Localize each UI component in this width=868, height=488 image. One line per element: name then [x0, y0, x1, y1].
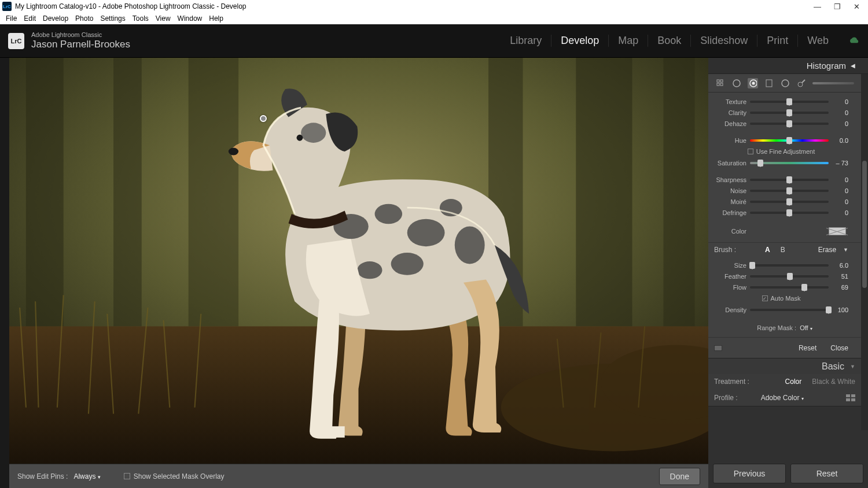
- menu-settings[interactable]: Settings: [97, 14, 128, 23]
- histogram-header[interactable]: Histogram◀: [708, 58, 868, 74]
- saturation-label: Saturation: [714, 160, 750, 167]
- svg-point-38: [752, 82, 755, 84]
- brush-b[interactable]: B: [781, 246, 785, 254]
- svg-point-27: [455, 227, 485, 264]
- size-slider[interactable]: [750, 264, 829, 267]
- svg-point-22: [375, 204, 403, 224]
- cloud-sync-icon[interactable]: [848, 37, 860, 45]
- exposure-strip[interactable]: [812, 82, 854, 84]
- automask-label: Auto Mask: [771, 295, 801, 302]
- svg-point-31: [297, 135, 303, 141]
- profile-value[interactable]: Adobe Color ▾: [761, 394, 804, 402]
- crop-tool-icon[interactable]: [715, 78, 726, 88]
- panel-switch[interactable]: [714, 345, 722, 351]
- color-swatch[interactable]: [829, 227, 846, 235]
- treatment-label: Treatment :: [714, 378, 749, 386]
- redeye-tool-icon[interactable]: [748, 78, 758, 88]
- reset-adjustments-button[interactable]: Reset: [799, 344, 816, 352]
- dehaze-value[interactable]: 0: [829, 120, 848, 127]
- module-slideshow[interactable]: Slideshow: [691, 35, 757, 47]
- dehaze-slider[interactable]: [750, 123, 829, 125]
- noise-value[interactable]: 0: [829, 187, 848, 194]
- moire-slider[interactable]: [750, 201, 829, 203]
- fine-adjust-checkbox[interactable]: [748, 149, 753, 154]
- size-label: Size: [714, 262, 750, 269]
- defringe-value[interactable]: 0: [829, 209, 848, 216]
- hue-slider[interactable]: [750, 139, 829, 142]
- menubar: File Edit Develop Photo Settings Tools V…: [0, 13, 868, 24]
- flow-value[interactable]: 69: [829, 284, 848, 291]
- automask-checkbox[interactable]: ✓: [762, 295, 768, 301]
- menu-view[interactable]: View: [152, 14, 174, 23]
- hue-value[interactable]: 0.0: [829, 137, 848, 144]
- lightroom-logo: LrC: [8, 33, 24, 49]
- basic-panel-header[interactable]: Basic▼: [708, 358, 868, 374]
- spot-tool-icon[interactable]: [731, 78, 742, 88]
- menu-file[interactable]: File: [2, 14, 20, 23]
- menu-edit[interactable]: Edit: [20, 14, 39, 23]
- size-value[interactable]: 6.0: [829, 262, 848, 269]
- window-maximize[interactable]: ❐: [834, 2, 841, 11]
- clarity-slider[interactable]: [750, 112, 829, 114]
- right-panel-scrollbar[interactable]: [861, 74, 868, 430]
- overlay-checkbox[interactable]: [124, 473, 130, 479]
- reset-button[interactable]: Reset: [790, 464, 863, 483]
- module-develop[interactable]: Develop: [551, 35, 609, 47]
- flow-slider[interactable]: [750, 286, 829, 289]
- module-map[interactable]: Map: [609, 35, 648, 47]
- range-mask-label: Range Mask :: [757, 324, 796, 331]
- hue-label: Hue: [714, 137, 750, 144]
- menu-develop[interactable]: Develop: [39, 14, 72, 23]
- density-label: Density: [714, 306, 750, 313]
- treatment-color[interactable]: Color: [785, 378, 802, 386]
- saturation-value[interactable]: – 73: [829, 160, 848, 167]
- density-slider[interactable]: [750, 309, 829, 311]
- module-book[interactable]: Book: [648, 35, 691, 47]
- sharpness-value[interactable]: 0: [829, 176, 848, 183]
- user-name: Jason Parnell-Brookes: [31, 39, 130, 50]
- brush-erase[interactable]: Erase: [818, 246, 836, 254]
- menu-photo[interactable]: Photo: [72, 14, 97, 23]
- show-pins-value[interactable]: Always ▾: [73, 472, 100, 480]
- window-close[interactable]: ✕: [854, 2, 860, 11]
- texture-value[interactable]: 0: [829, 98, 848, 105]
- brush-tool-icon[interactable]: [796, 78, 807, 88]
- density-value[interactable]: 100: [829, 306, 848, 313]
- left-panel-rail[interactable]: [0, 58, 9, 488]
- app-header: LrC Adobe Lightroom Classic Jason Parnel…: [0, 24, 868, 58]
- menu-tools[interactable]: Tools: [129, 14, 152, 23]
- brush-collapse-icon[interactable]: ▼: [843, 247, 848, 253]
- flow-label: Flow: [714, 284, 750, 291]
- gradient-tool-icon[interactable]: [764, 78, 774, 88]
- menu-help[interactable]: Help: [205, 14, 227, 23]
- image-canvas[interactable]: [9, 58, 708, 464]
- module-library[interactable]: Library: [501, 35, 551, 47]
- texture-slider[interactable]: [750, 101, 829, 103]
- defringe-slider[interactable]: [750, 212, 829, 214]
- svg-rect-1: [26, 58, 64, 326]
- canvas-toolbar: Show Edit Pins : Always ▾ Show Selected …: [9, 464, 708, 488]
- edit-pin[interactable]: [260, 115, 267, 122]
- previous-button[interactable]: Previous: [713, 464, 786, 483]
- svg-point-29: [229, 148, 238, 156]
- saturation-slider[interactable]: [750, 162, 829, 164]
- moire-value[interactable]: 0: [829, 198, 848, 205]
- noise-slider[interactable]: [750, 190, 829, 192]
- clarity-value[interactable]: 0: [829, 109, 848, 116]
- sharpness-label: Sharpness: [714, 176, 750, 183]
- menu-window[interactable]: Window: [174, 14, 206, 23]
- module-web[interactable]: Web: [798, 35, 838, 47]
- radial-tool-icon[interactable]: [780, 78, 790, 88]
- window-minimize[interactable]: —: [814, 2, 821, 11]
- profile-browser-icon[interactable]: [846, 394, 855, 401]
- range-mask-value[interactable]: Off ▾: [800, 324, 812, 331]
- feather-slider[interactable]: [750, 275, 829, 278]
- brush-a[interactable]: A: [765, 246, 770, 254]
- treatment-bw[interactable]: Black & White: [812, 378, 855, 386]
- feather-value[interactable]: 51: [829, 273, 848, 280]
- module-print[interactable]: Print: [757, 35, 798, 47]
- sharpness-slider[interactable]: [750, 179, 829, 181]
- svg-rect-6: [664, 58, 695, 326]
- done-button[interactable]: Done: [659, 468, 700, 485]
- close-tool-button[interactable]: Close: [830, 344, 848, 352]
